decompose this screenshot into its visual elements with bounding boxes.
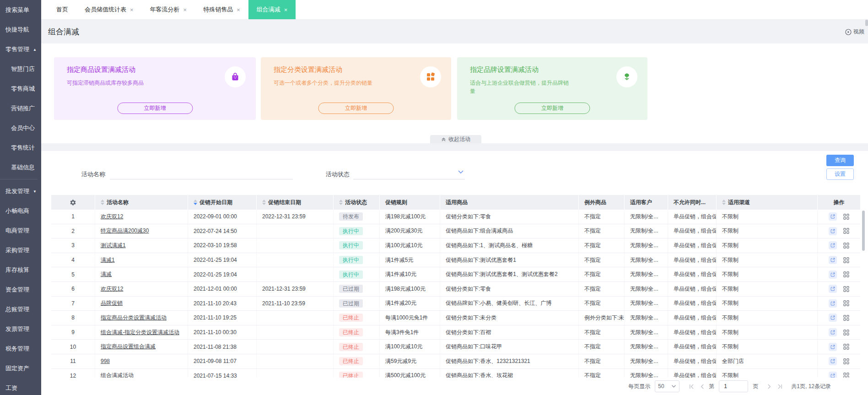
col-header-actions: 操作	[818, 195, 860, 210]
sidebar-item[interactable]: 基础信息	[0, 157, 41, 177]
sidebar-item[interactable]: 采购管理	[0, 240, 41, 260]
sidebar-item-label: 零售商城	[11, 85, 35, 92]
tab[interactable]: 首页	[48, 0, 76, 19]
more-actions-grid-icon[interactable]	[843, 243, 849, 249]
sidebar-item[interactable]: 零售统计	[0, 138, 41, 157]
col-header-start-date[interactable]: 促销开始日期	[188, 195, 257, 210]
settings-button[interactable]: 设置	[826, 168, 854, 180]
open-detail-icon[interactable]	[829, 372, 837, 378]
sidebar-item[interactable]: 总账管理	[0, 299, 41, 319]
sidebar-item[interactable]: 库存核算	[0, 260, 41, 280]
sidebar-item[interactable]: 营销推广	[0, 98, 41, 118]
sidebar-item[interactable]: 批发管理▼	[0, 181, 41, 201]
sidebar-item[interactable]: 固定资产	[0, 358, 41, 378]
activity-name-link[interactable]: 指定商品分类设置满减活动	[101, 314, 167, 322]
prev-page-icon[interactable]	[700, 384, 704, 389]
video-help-button[interactable]: 视频	[845, 28, 864, 36]
query-button[interactable]: 查询	[826, 155, 854, 166]
activity-name-link[interactable]: 指定商品设置组合满减	[101, 343, 156, 351]
more-actions-grid-icon[interactable]	[843, 257, 849, 263]
more-actions-grid-icon[interactable]	[843, 300, 849, 306]
activity-name-link[interactable]: 欢庆双12	[101, 213, 123, 221]
first-page-icon[interactable]	[689, 384, 695, 389]
sidebar-item[interactable]: 资金管理	[0, 280, 41, 299]
last-page-icon[interactable]	[777, 384, 783, 389]
open-detail-icon[interactable]	[829, 357, 837, 365]
open-detail-icon[interactable]	[829, 271, 837, 279]
tab-bar: 首页 会员储值统计表 × 年客流分析 × 特殊销售品 × 组合满减 ×	[41, 0, 868, 20]
sort-carets-icon[interactable]	[722, 200, 726, 205]
sidebar-item[interactable]: 零售商城	[0, 79, 41, 98]
open-detail-icon[interactable]	[829, 212, 837, 221]
open-detail-icon[interactable]	[829, 328, 837, 336]
open-detail-icon[interactable]	[829, 343, 837, 351]
tab[interactable]: 组合满减 ×	[248, 0, 296, 19]
activity-name-link[interactable]: 满减1	[101, 256, 115, 264]
sidebar-item[interactable]: 智慧门店	[0, 59, 41, 79]
sort-carets-icon[interactable]	[101, 200, 104, 205]
sidebar-item[interactable]	[0, 179, 38, 179]
col-header-status[interactable]: 活动状态	[334, 195, 380, 210]
more-actions-grid-icon[interactable]	[843, 228, 849, 234]
tab-close-icon[interactable]: ×	[237, 6, 240, 13]
next-page-icon[interactable]	[767, 384, 771, 389]
sidebar-item[interactable]: 税务管理	[0, 339, 41, 358]
more-actions-grid-icon[interactable]	[843, 214, 849, 220]
sidebar-item[interactable]: 搜索菜单	[0, 0, 41, 20]
more-actions-grid-icon[interactable]	[843, 330, 849, 335]
page-number-input[interactable]	[719, 380, 748, 392]
open-detail-icon[interactable]	[829, 241, 837, 249]
sidebar-item[interactable]: 快捷导航	[0, 20, 41, 39]
more-actions-grid-icon[interactable]	[843, 373, 849, 378]
sidebar-item[interactable]: 零售管理▲	[0, 39, 41, 59]
rule-cell: 满1件减5元	[380, 253, 440, 267]
col-header-activity-name[interactable]: 活动名称	[95, 195, 188, 210]
more-actions-grid-icon[interactable]	[843, 358, 849, 364]
activity-name-link[interactable]: 品牌促销	[101, 299, 123, 307]
activity-name-input[interactable]	[110, 166, 293, 179]
activity-name-link[interactable]: 特定商品满200减30	[101, 227, 149, 235]
more-actions-grid-icon[interactable]	[843, 315, 849, 321]
more-actions-grid-icon[interactable]	[843, 344, 849, 350]
table-scrollbar-thumb[interactable]	[862, 211, 865, 251]
tab[interactable]: 特殊销售品 ×	[195, 0, 248, 19]
open-detail-icon[interactable]	[829, 314, 837, 322]
more-actions-grid-icon[interactable]	[843, 286, 849, 292]
activity-name-link[interactable]: 组合满减活动	[101, 372, 134, 378]
sidebar-item[interactable]: 工资	[0, 378, 41, 395]
open-detail-icon[interactable]	[829, 256, 837, 264]
col-header-channel[interactable]: 适用渠道	[717, 195, 818, 210]
activity-name-link[interactable]: 满减	[101, 271, 112, 278]
tab[interactable]: 年客流分析 ×	[142, 0, 195, 19]
per-page-select[interactable]: 50	[655, 380, 679, 392]
activity-name-link[interactable]: 欢庆双12	[101, 285, 123, 293]
sidebar-item[interactable]: 会员中心	[0, 118, 41, 138]
sort-carets-icon[interactable]	[262, 200, 266, 205]
activity-name-link[interactable]: 998	[101, 358, 110, 364]
tab-close-icon[interactable]: ×	[183, 6, 187, 13]
open-detail-icon[interactable]	[829, 227, 837, 235]
page-scrollbar-thumb[interactable]	[865, 20, 868, 26]
col-header-end-date[interactable]: 促销结束日期	[257, 195, 334, 210]
sort-carets-icon[interactable]	[194, 200, 197, 205]
tab-close-icon[interactable]: ×	[284, 6, 288, 13]
activity-name-link[interactable]: 测试满减1	[101, 242, 126, 249]
tab[interactable]: 会员储值统计表 ×	[76, 0, 142, 19]
activity-status-select[interactable]	[353, 166, 465, 179]
activity-table-panel: 活动名称 活动状态 查询 设置 活动名称 促销开始日期 促销结束日期 活动状态 …	[41, 151, 868, 395]
open-detail-icon[interactable]	[829, 299, 837, 308]
add-product-promo-button[interactable]: 立即新增	[117, 103, 193, 114]
collapse-activities-button[interactable]: 收起活动	[430, 135, 481, 143]
sidebar-item[interactable]: 电商管理	[0, 221, 41, 240]
open-detail-icon[interactable]	[829, 285, 837, 293]
sort-carets-icon[interactable]	[339, 200, 343, 205]
row-index: 10	[51, 340, 95, 354]
activity-name-link[interactable]: 组合满减-指定分类设置满减活动	[101, 329, 179, 336]
add-brand-promo-button[interactable]: 立即新增	[515, 103, 590, 114]
add-category-promo-button[interactable]: 立即新增	[318, 103, 394, 114]
tab-close-icon[interactable]: ×	[130, 6, 134, 13]
sidebar-item[interactable]: 发票管理	[0, 319, 41, 339]
more-actions-grid-icon[interactable]	[843, 271, 849, 277]
column-settings-button[interactable]	[51, 195, 95, 210]
sidebar-item[interactable]: 小畅电商	[0, 201, 41, 221]
